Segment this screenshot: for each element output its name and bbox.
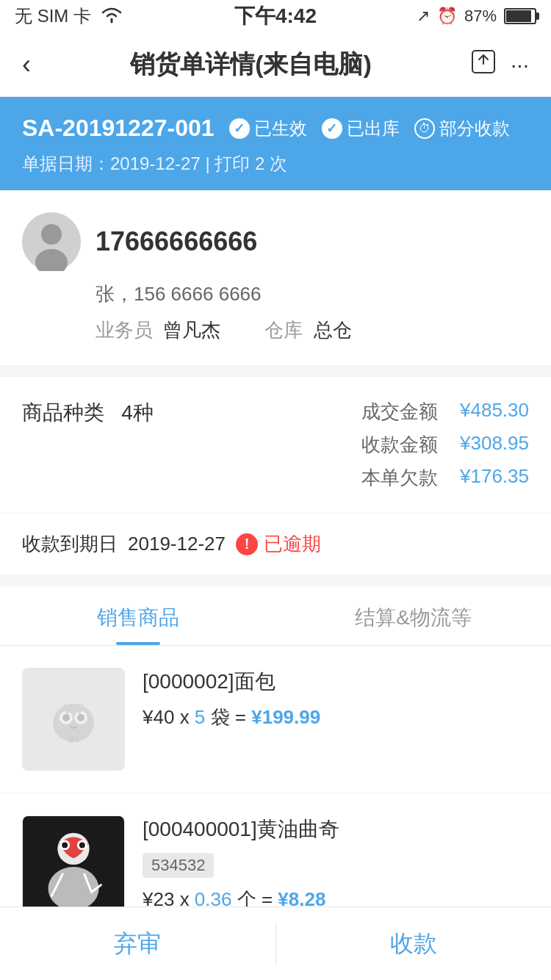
status-time: 下午4:42 — [234, 2, 317, 30]
check-shipped-icon: ✓ — [322, 118, 342, 139]
product-total-1: ¥199.99 — [251, 706, 320, 728]
nav-left: ‹ — [22, 49, 31, 80]
svg-point-16 — [79, 842, 85, 848]
product-tag-2: 534532 — [143, 853, 214, 878]
owed-amount-label: 本单欠款 — [361, 465, 438, 491]
customer-section: 17666666666 张，156 6666 6666 业务员 曾凡杰 仓库 总… — [0, 190, 551, 365]
deal-amount-row: 成交金额 ¥485.30 — [361, 399, 529, 425]
received-amount-value: ¥308.95 — [460, 432, 529, 458]
received-amount-row: 收款金额 ¥308.95 — [361, 432, 529, 458]
product-types-label: 商品种类 — [22, 401, 104, 424]
warehouse-name: 总仓 — [314, 319, 352, 341]
check-active-icon: ✓ — [229, 118, 250, 139]
salesperson-name: 曾凡杰 — [163, 319, 220, 341]
overdue-badge: ! 已逾期 — [236, 531, 321, 557]
product-details-2: [000400001]黄油曲奇 534532 ¥23 x 0.36 个 = ¥8… — [143, 815, 529, 912]
received-amount-label: 收款金额 — [361, 432, 438, 458]
due-date-value: 2019-12-27 — [128, 533, 226, 555]
summary-section: 商品种类 4种 成交金额 ¥485.30 收款金额 ¥308.95 本单欠款 ¥… — [0, 377, 551, 513]
status-active: ✓ 已生效 — [229, 117, 307, 140]
product-price-1: ¥40 x 5 袋 = ¥199.99 — [143, 705, 529, 730]
bottom-bar: 弃审 收款 — [0, 907, 551, 980]
product-list: 草+ [0000002]面包 ¥40 x 5 袋 = ¥199.99 — [0, 646, 551, 941]
tab-products[interactable]: 销售商品 — [0, 586, 276, 645]
due-date-label: 收款到期日 — [22, 531, 118, 557]
battery-level: 87% — [464, 7, 497, 26]
product-item: 草+ [0000002]面包 ¥40 x 5 袋 = ¥199.99 — [0, 646, 551, 793]
product-image-1: 草+ — [22, 668, 125, 771]
sim-status: 无 SIM 卡 — [15, 4, 91, 28]
location-icon: ↗ — [417, 7, 430, 26]
status-partial-label: 部分收款 — [439, 117, 510, 140]
status-active-label: 已生效 — [254, 117, 307, 140]
svg-point-8 — [77, 714, 84, 721]
product-name-1: [0000002]面包 — [143, 668, 529, 696]
deal-amount-label: 成交金额 — [361, 399, 438, 425]
product-unit-price-1: ¥40 — [143, 706, 174, 728]
nav-right: ··· — [471, 49, 529, 79]
page-title: 销货单详情(来自电脑) — [130, 48, 372, 82]
clock-icon: ⏱ — [414, 118, 435, 139]
warehouse-label: 仓库 总仓 — [264, 317, 351, 343]
customer-meta: 业务员 曾凡杰 仓库 总仓 — [22, 317, 529, 343]
nav-bar: ‹ 销货单详情(来自电脑) ··· — [0, 32, 551, 97]
overdue-dot-icon: ! — [236, 533, 258, 555]
back-button[interactable]: ‹ — [22, 49, 31, 80]
product-image-2 — [22, 815, 125, 918]
customer-phone: 17666666666 — [96, 226, 257, 257]
tab-settlement[interactable]: 结算&物流等 — [276, 586, 551, 645]
svg-text:草+: 草+ — [68, 736, 79, 744]
status-shipped-label: 已出库 — [347, 117, 400, 140]
owed-amount-value: ¥176.35 — [460, 465, 529, 491]
divider-1 — [0, 365, 551, 377]
order-date: 单据日期：2019-12-27 | 打印 2 次 — [22, 152, 529, 176]
deal-amount-value: ¥485.30 — [460, 399, 529, 425]
alarm-icon: ⏰ — [437, 7, 457, 26]
status-shipped: ✓ 已出库 — [322, 117, 400, 140]
collect-payment-button[interactable]: 收款 — [276, 907, 552, 980]
overdue-text: 已逾期 — [264, 531, 321, 557]
status-left: 无 SIM 卡 — [15, 4, 125, 28]
battery-icon — [504, 8, 536, 24]
order-header: SA-20191227-001 ✓ 已生效 ✓ 已出库 ⏱ 部分收款 单据日期：… — [0, 97, 551, 190]
wifi-icon — [98, 4, 125, 28]
salesperson-label: 业务员 曾凡杰 — [96, 317, 220, 343]
product-unit-1: 袋 — [211, 706, 230, 728]
tabs-header: 销售商品 结算&物流等 — [0, 586, 551, 646]
owed-amount-row: 本单欠款 ¥176.35 — [361, 465, 529, 491]
abandon-review-button[interactable]: 弃审 — [0, 907, 276, 980]
order-id: SA-20191227-001 — [22, 115, 215, 142]
product-types-value: 4种 — [121, 401, 154, 424]
share-icon[interactable] — [471, 49, 496, 79]
svg-point-2 — [41, 224, 62, 245]
status-bar: 无 SIM 卡 下午4:42 ↗ ⏰ 87% — [0, 0, 551, 32]
avatar — [22, 212, 81, 271]
due-date-section: 收款到期日 2019-12-27 ! 已逾期 — [0, 513, 551, 574]
status-right: ↗ ⏰ 87% — [417, 7, 536, 26]
customer-contact: 张，156 6666 6666 — [22, 281, 529, 307]
svg-point-15 — [62, 842, 68, 848]
product-name-2: [000400001]黄油曲奇 — [143, 815, 529, 843]
status-partial: ⏱ 部分收款 — [414, 117, 510, 140]
product-types: 商品种类 4种 — [22, 399, 154, 427]
product-qty-1: 5 — [195, 706, 205, 728]
svg-point-7 — [62, 714, 70, 721]
more-icon[interactable]: ··· — [511, 52, 529, 77]
product-details-1: [0000002]面包 ¥40 x 5 袋 = ¥199.99 — [143, 668, 529, 730]
tabs-section: 销售商品 结算&物流等 — [0, 586, 551, 646]
